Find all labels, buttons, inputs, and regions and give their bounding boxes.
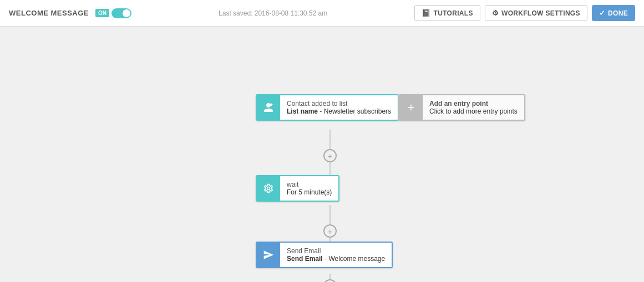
header-actions: 📓 TUTORIALS ⚙ WORKFLOW SETTINGS ✓ DONE	[414, 5, 635, 21]
add-step-button-2[interactable]: +	[323, 224, 337, 238]
workflow-settings-button[interactable]: ⚙ WORKFLOW SETTINGS	[485, 5, 587, 21]
header: WELCOME MESSAGE ON Last saved: 2016-08-0…	[0, 0, 644, 27]
contact-added-node[interactable]: Contact added to list List name - Newsle…	[256, 94, 399, 121]
book-icon: 📓	[422, 9, 430, 17]
toggle-switch[interactable]	[111, 8, 131, 18]
entry-plus-icon	[399, 95, 423, 120]
toggle-container[interactable]: ON	[95, 8, 131, 18]
wait-icon	[257, 176, 280, 201]
contact-title: Contact added to list	[287, 100, 391, 107]
wait-title: wait	[287, 181, 332, 188]
add-step-button-1[interactable]: +	[323, 149, 337, 162]
send-email-node[interactable]: Send Email Send Email - Welcome message	[256, 242, 393, 268]
wait-node[interactable]: wait For 5 minute(s)	[256, 175, 339, 202]
workflow-title: WELCOME MESSAGE	[9, 9, 89, 17]
contact-icon	[257, 95, 280, 120]
connector-1: +	[323, 130, 337, 182]
tutorials-button[interactable]: 📓 TUTORIALS	[414, 5, 480, 21]
line-2a	[329, 205, 331, 224]
add-step-button-3[interactable]: +	[323, 279, 337, 282]
connector-3: +	[323, 274, 337, 282]
toggle-label: ON	[95, 9, 109, 17]
contact-subtitle: List name - Newsletter subscribers	[287, 107, 391, 115]
wait-content: wait For 5 minute(s)	[280, 176, 338, 201]
line-1a	[329, 130, 331, 149]
entry-subtitle: Click to add more entry points	[429, 107, 518, 115]
entry-point-node[interactable]: Add an entry point Click to add more ent…	[398, 94, 525, 121]
check-icon: ✓	[599, 9, 605, 17]
contact-content: Contact added to list List name - Newsle…	[280, 95, 398, 120]
line-3a	[329, 274, 331, 279]
last-saved: Last saved: 2016-08-08 11:30:52 am	[219, 9, 327, 17]
send-title: Send Email	[287, 247, 385, 255]
done-button[interactable]: ✓ DONE	[592, 5, 635, 21]
header-left: WELCOME MESSAGE ON	[9, 8, 131, 18]
entry-title: Add an entry point	[429, 100, 518, 107]
send-content: Send Email Send Email - Welcome message	[280, 243, 392, 267]
wait-subtitle: For 5 minute(s)	[287, 188, 332, 196]
gear-icon: ⚙	[492, 9, 499, 17]
send-subtitle: Send Email - Welcome message	[287, 255, 385, 263]
send-icon	[257, 243, 280, 267]
entry-content: Add an entry point Click to add more ent…	[423, 95, 524, 120]
workflow-canvas: Contact added to list List name - Newsle…	[0, 27, 644, 282]
